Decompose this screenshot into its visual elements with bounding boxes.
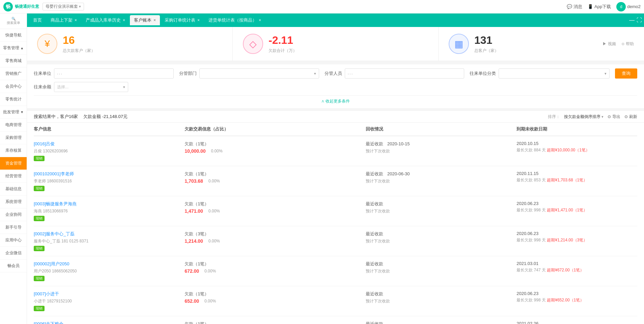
collection-info-7: 最近收款 预计下次收款 xyxy=(366,321,516,324)
customer-name-7[interactable]: [0006]去下粮仓 xyxy=(34,321,185,324)
debt-info-7: 欠款（1笔） 455.90 0.00% xyxy=(185,321,366,324)
user-menu[interactable]: d demo2 xyxy=(616,2,641,11)
app-wrapper: 畅 畅捷通好生意 母婴行业演示账套 ▾ 💬 消息 📱 App下载 d demo2 xyxy=(0,0,644,324)
stat-label-overdue-customers: 总欠款客户（家） xyxy=(63,48,95,54)
tab-close-icon[interactable]: × xyxy=(75,18,77,23)
sidebar-item-vip[interactable]: 畅会员 xyxy=(0,260,27,272)
tab-minimize-icon[interactable]: — xyxy=(629,17,635,23)
overdue-info-3: 2020.06.23 最长欠款 998 天 超期¥1,471.00（1笔） xyxy=(516,201,637,213)
sort-value[interactable]: 按欠款金额倒序排序 ▾ xyxy=(564,114,604,120)
overdue-link-5[interactable]: 超期¥672.00（1笔） xyxy=(547,268,584,272)
sidebar-item-enterprise[interactable]: 企业协同 xyxy=(0,208,27,221)
collection-info-4: 最近收款 预计下次收款 xyxy=(366,231,516,244)
customer-info-7: [0006]去下粮仓 陈小帅 现销 xyxy=(34,321,185,324)
export-icon: ⊙ xyxy=(608,114,611,119)
customer-contact-3: 海燕 18513066976 xyxy=(34,208,185,214)
query-button[interactable]: 查询 xyxy=(615,68,637,79)
sidebar-item-ecommerce[interactable]: 电商管理 xyxy=(0,119,27,131)
debt-info-6: 欠款（1笔） 652.00 0.00% xyxy=(185,291,366,305)
overdue-link-1[interactable]: 超期¥10,000.00（1笔） xyxy=(547,148,590,152)
overdue-link-2[interactable]: 超期¥1,703.68（1笔） xyxy=(547,178,587,182)
stat-card-overdue-customers: ¥ 16 总欠款客户（家） xyxy=(27,27,233,61)
tag-active-2: 现销 xyxy=(34,186,45,191)
sidebar-item-finance[interactable]: 资金管理 xyxy=(0,157,27,170)
refresh-button[interactable]: ⊙ 刷新 xyxy=(624,114,637,120)
expand-icon: ▲ xyxy=(20,46,24,50)
overdue-info-4: 2020.06.23 最长欠款 998 天 超期¥1,214.00（3笔） xyxy=(516,231,637,243)
overdue-link-6[interactable]: 超期¥652.00（1笔） xyxy=(547,298,584,302)
customer-name-3[interactable]: [0003]畅捷服务尹海燕 xyxy=(34,201,185,207)
tab-close-icon-2[interactable]: × xyxy=(123,18,125,23)
filter-collapse-button[interactable]: ∧ 收起更多条件 xyxy=(34,95,637,104)
sidebar-search[interactable]: 🔍 搜索菜单 xyxy=(0,13,27,29)
video-icon[interactable]: ▶ 视频 xyxy=(603,41,616,47)
tab-close-icon-4[interactable]: × xyxy=(197,18,200,23)
tab-purchase-stats[interactable]: 采购订单统计表 × xyxy=(161,15,204,25)
sidebar-item-wholesale-management[interactable]: 批发管理 ▼ xyxy=(0,106,27,119)
app-selector[interactable]: 母婴行业演示账套 ▾ xyxy=(43,3,84,10)
sidebar-item-app-center[interactable]: 应用中心 xyxy=(0,234,27,247)
filter-manager-input[interactable]: ··· xyxy=(345,68,465,79)
filter-source-unit-label: 往来单位 xyxy=(34,70,51,77)
stat-icon-diamond: ◇ xyxy=(243,34,263,54)
debt-info-5: 欠款（1笔） 672.00 0.00% xyxy=(185,261,366,275)
tab-expand-icon[interactable]: ⛶ xyxy=(637,17,642,23)
sidebar-item-quick-nav[interactable]: 快捷导航 xyxy=(0,29,27,42)
filter-department-select[interactable]: ▾ xyxy=(199,68,319,79)
filter-source-unit-input[interactable]: ··· xyxy=(54,68,174,79)
table-row: [0001020001]李老师 李老师 18600391516 现销 欠款（1笔… xyxy=(34,166,637,196)
overdue-link-3[interactable]: 超期¥1,471.00（1笔） xyxy=(547,208,587,212)
filter-balance: 往来余额 选择... ▾ xyxy=(34,82,128,92)
logo-icon: 畅 xyxy=(3,2,13,11)
tab-customer-ledger[interactable]: 客户账本 × xyxy=(130,15,160,25)
message-button[interactable]: 💬 消息 xyxy=(567,4,582,10)
sidebar-item-marketing[interactable]: 营销推广 xyxy=(0,67,27,80)
customer-name-1[interactable]: [0016]吕俊 xyxy=(34,141,185,147)
sidebar-item-member-center[interactable]: 会员中心 xyxy=(0,80,27,93)
overdue-info-2: 2020.11.15 最长欠款 853 天 超期¥1,703.68（1笔） xyxy=(516,171,637,183)
sidebar: 🔍 搜索菜单 快捷导航 零售管理 ▲ 零售商城 营销推广 会员中心 xyxy=(0,13,27,324)
col-header-collection: 回收情况 xyxy=(366,126,516,132)
filter-area: 往来单位 ··· 分管部门 ▾ xyxy=(27,64,644,108)
filter-balance-select[interactable]: 选择... ▾ xyxy=(54,82,128,92)
tab-product-listing[interactable]: 商品上下架 × xyxy=(47,15,81,25)
tab-purchase-by-product[interactable]: 进货单统计表（按商品） × xyxy=(204,15,265,25)
chevron-down-icon: ▾ xyxy=(79,4,81,8)
sidebar-item-retail-management[interactable]: 零售管理 ▲ xyxy=(0,42,27,55)
tag-active-4: 现销 xyxy=(34,246,45,251)
sidebar-item-inventory[interactable]: 库存核算 xyxy=(0,144,27,157)
filter-department-label: 分管部门 xyxy=(179,70,197,77)
tab-close-icon-5[interactable]: × xyxy=(259,18,261,23)
stat-card-1-values: 16 总欠款客户（家） xyxy=(63,34,95,54)
filter-unit-category-select[interactable]: ▾ xyxy=(499,68,610,79)
col-header-overdue: 到期未收款日期 xyxy=(516,126,637,132)
customer-name-6[interactable]: [0007]小进干 xyxy=(34,291,185,297)
tag-active-6: 现销 xyxy=(34,306,45,311)
stat-label-total-debt: 欠款合计（万） xyxy=(269,48,297,54)
sidebar-item-system[interactable]: 系统管理 xyxy=(0,196,27,208)
sidebar-item-operations[interactable]: 经营管理 xyxy=(0,170,27,183)
customer-name-2[interactable]: [0001020001]李老师 xyxy=(34,171,185,177)
sidebar-item-retail-stats[interactable]: 零售统计 xyxy=(0,93,27,106)
customer-name-5[interactable]: [000002]用户2050 xyxy=(34,261,185,267)
chevron-down-icon-cat: ▾ xyxy=(605,71,607,76)
sidebar-item-purchase[interactable]: 采购管理 xyxy=(0,131,27,144)
debt-info-4: 欠款（3笔） 1,214.00 0.00% xyxy=(185,231,366,245)
tab-home[interactable]: 首页 xyxy=(29,15,46,25)
export-button[interactable]: ⊙ 导出 xyxy=(608,114,620,120)
help-icon[interactable]: ⊙ 帮助 xyxy=(621,41,634,47)
sidebar-item-retail-mall[interactable]: 零售商城 xyxy=(0,55,27,67)
collection-info-5: 最近收款 预计下次收款 xyxy=(366,261,516,274)
tab-bar-actions: — ⛶ xyxy=(629,17,642,23)
overdue-link-4[interactable]: 超期¥1,214.00（3笔） xyxy=(547,238,587,242)
tab-close-icon-3[interactable]: × xyxy=(153,18,156,23)
sidebar-item-basic-info[interactable]: 基础信息 xyxy=(0,183,27,196)
tab-production-history[interactable]: 产成品入库单历史 × xyxy=(82,15,129,25)
filter-unit-category-label: 往来单位分类 xyxy=(470,70,496,77)
sidebar-item-wechat[interactable]: 企业微信 xyxy=(0,247,27,260)
stat-card-total-debt: ◇ -2.11 欠款合计（万） xyxy=(233,27,439,61)
customer-name-4[interactable]: [0002]服务中心_丁磊 xyxy=(34,231,185,237)
app-download-button[interactable]: 📱 App下载 xyxy=(588,4,611,10)
sidebar-item-guide[interactable]: 新手引导 xyxy=(0,221,27,234)
tag-active-1: 现销 xyxy=(34,156,45,161)
